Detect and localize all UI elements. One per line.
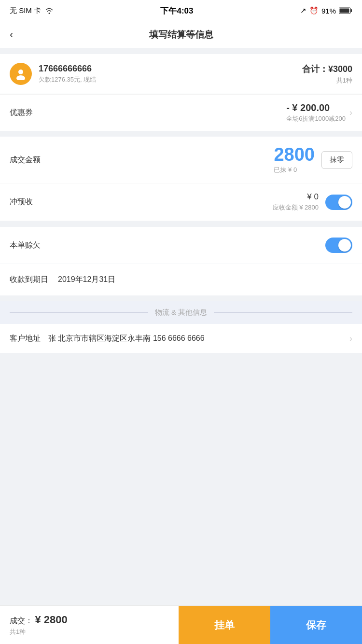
deal-sub: 已抹 ¥ 0 (274, 166, 315, 174)
customer-left: 17666666666 欠款1276.35元, 现结 (10, 63, 96, 85)
sim-text: 无 SIM 卡 (10, 6, 41, 15)
customer-card: 17666666666 欠款1276.35元, 现结 合计：¥3000 共1种 (0, 54, 362, 94)
prepay-amount: ¥ 0 应收金额 ¥ 2800 (273, 192, 319, 212)
bottom-deal-row: 成交： ¥ 2800 (10, 614, 169, 626)
logistics-header: 物流 & 其他信息 (0, 301, 362, 324)
divider-2 (0, 221, 362, 227)
coupon-desc: 全场6折满1000减200 (286, 114, 346, 123)
deal-right: 2800 已抹 ¥ 0 抹零 (274, 145, 352, 174)
debt-toggle[interactable] (325, 238, 352, 253)
coupon-right: - ¥ 200.00 全场6折满1000减200 › (286, 102, 352, 123)
debt-row: 本单赊欠 (0, 227, 362, 264)
prepay-label: 冲预收 (10, 197, 33, 207)
nav-bar: ‹ 填写结算等信息 (0, 21, 362, 48)
battery-icon (339, 7, 352, 14)
customer-phone: 17666666666 (39, 64, 96, 74)
prepay-right: ¥ 0 应收金额 ¥ 2800 (273, 192, 352, 212)
due-date-section: 收款到期日 2019年12月31日 (0, 264, 362, 295)
bottom-info: 成交： ¥ 2800 共1种 (0, 614, 179, 636)
prepay-toggle[interactable] (325, 195, 352, 210)
bottom-deal-value: ¥ 2800 (35, 614, 67, 626)
deal-amount-label: 成交金额 (10, 155, 41, 165)
battery-text: 91% (321, 7, 336, 15)
status-left: 无 SIM 卡 (10, 6, 54, 15)
coupon-discount: - ¥ 200.00 (286, 102, 346, 113)
bottom-spacer (0, 430, 362, 469)
address-row[interactable]: 客户地址 张 北京市市辖区海淀区永丰南 156 6666 6666 › (0, 324, 362, 353)
bottom-count: 共1种 (10, 628, 169, 636)
total-amount: 合计：¥3000 (302, 63, 352, 75)
deal-amount-value: 2800 (274, 145, 315, 164)
save-button[interactable]: 保存 (270, 606, 362, 644)
coupon-label: 优惠券 (10, 108, 33, 118)
round-zero-button[interactable]: 抹零 (321, 151, 352, 169)
debt-section: 本单赊欠 (0, 227, 362, 264)
pending-button[interactable]: 挂单 (179, 606, 270, 644)
logistics-line-left (10, 312, 148, 313)
deal-amount-section: 成交金额 2800 已抹 ¥ 0 抹零 冲预收 ¥ 0 应收金额 ¥ 2800 (0, 137, 362, 221)
due-date-row: 收款到期日 2019年12月31日 (0, 264, 362, 295)
coupon-arrow-icon: › (349, 108, 352, 118)
customer-sub: 欠款1276.35元, 现结 (39, 75, 96, 84)
address-value: 张 北京市市辖区海淀区永丰南 156 6666 6666 (48, 333, 345, 344)
avatar (10, 63, 32, 85)
status-time: 下午4:03 (160, 5, 193, 16)
address-label: 客户地址 (10, 334, 41, 344)
address-arrow-icon: › (349, 334, 352, 344)
logistics-text: 物流 & 其他信息 (155, 308, 207, 317)
bottom-bar: 成交： ¥ 2800 共1种 挂单 保存 (0, 605, 362, 644)
alarm-icon: ⏰ (309, 6, 319, 15)
wifi-icon (45, 7, 54, 14)
gray-space (0, 353, 362, 430)
location-icon: ↗ (300, 6, 306, 15)
svg-rect-1 (350, 9, 352, 12)
due-date-label: 收款到期日 (10, 275, 48, 285)
coupon-row[interactable]: 优惠券 - ¥ 200.00 全场6折满1000减200 › (0, 94, 362, 131)
divider-3 (0, 295, 362, 301)
customer-right: 合计：¥3000 共1种 (302, 63, 352, 85)
prepay-row: 冲预收 ¥ 0 应收金额 ¥ 2800 (0, 183, 362, 221)
svg-point-4 (16, 75, 25, 80)
bottom-deal-label: 成交： (10, 616, 33, 625)
customer-info: 17666666666 欠款1276.35元, 现结 (39, 64, 96, 84)
page-title: 填写结算等信息 (149, 28, 213, 41)
debt-label: 本单赊欠 (10, 240, 41, 251)
prepay-sub: 应收金额 ¥ 2800 (273, 203, 319, 212)
status-right: ↗ ⏰ 91% (300, 6, 352, 15)
svg-point-3 (18, 70, 23, 74)
divider-1 (0, 131, 362, 137)
due-date-value: 2019年12月31日 (58, 275, 115, 285)
prepay-value: ¥ 0 (273, 192, 319, 202)
svg-rect-2 (339, 9, 349, 13)
deal-amount-row: 成交金额 2800 已抹 ¥ 0 抹零 (0, 137, 362, 183)
back-button[interactable]: ‹ (10, 28, 13, 41)
total-count: 共1种 (302, 76, 352, 85)
status-bar: 无 SIM 卡 下午4:03 ↗ ⏰ 91% (0, 0, 362, 21)
logistics-line-right (214, 312, 352, 313)
